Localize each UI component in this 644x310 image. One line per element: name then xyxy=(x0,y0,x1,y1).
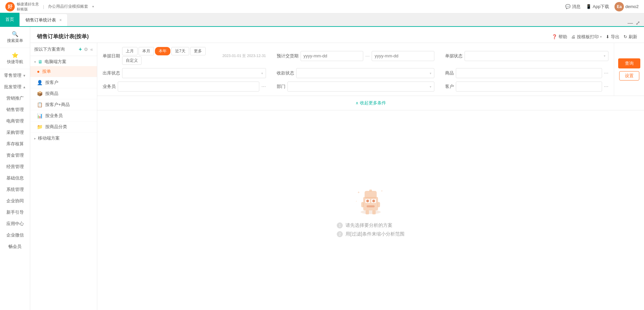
date-btn-more[interactable]: 更多 xyxy=(190,47,206,55)
refresh-icon: ↻ xyxy=(624,34,627,39)
sidebar-item-inventory[interactable]: 库存核算 xyxy=(0,138,30,149)
logo-area: 好 畅捷通好生意 标账版 xyxy=(5,2,39,11)
tab-minimize-icon[interactable]: — xyxy=(628,20,633,26)
tree-section-expand-icon: ▾ xyxy=(34,60,36,64)
sidebar-item-purchase[interactable]: 采购管理 xyxy=(0,126,30,138)
message-button[interactable]: 💬 消息 xyxy=(565,4,581,10)
tab-home-label: 首页 xyxy=(5,16,14,22)
message-icon: 💬 xyxy=(565,4,571,9)
status-select[interactable]: ▾ xyxy=(465,51,608,61)
sidebar-wechat-label: 企业微信 xyxy=(6,232,24,238)
sidebar-item-operations[interactable]: 经营管理 xyxy=(0,160,30,172)
sidebar-item-basic[interactable]: 基础信息 xyxy=(0,172,30,183)
product-more-icon[interactable]: ··· xyxy=(604,70,608,76)
user-menu[interactable]: Ea demo2 xyxy=(614,2,639,11)
tree-item-by-salesperson-label: 按业务员 xyxy=(45,113,63,119)
date-btn-7days[interactable]: 近7天 xyxy=(171,47,189,55)
left-panel-collapse-icon[interactable]: « xyxy=(90,47,93,52)
sidebar-item-enterprise[interactable]: 企业协同 xyxy=(0,195,30,206)
product-input[interactable] xyxy=(456,68,602,78)
sidebar-item-member[interactable]: 畅会员 xyxy=(0,240,30,252)
tab-maximize-icon[interactable]: ⤢ xyxy=(636,20,640,26)
settings-button[interactable]: 设置 xyxy=(619,71,639,81)
tree-item-by-product[interactable]: 📦 按商品 xyxy=(30,88,97,99)
left-panel-header: 按以下方案查询 + ⚙ « xyxy=(30,43,97,56)
tab-close-icon[interactable]: × xyxy=(59,18,62,22)
tree-section-desktop-label: 电脑端方案 xyxy=(45,59,66,65)
left-panel-title: 按以下方案查询 xyxy=(34,46,79,52)
filter-query-section: 单据日期 上月 本月 本年 近7天 更多 自定义 2023-01-01 至 20… xyxy=(97,43,644,96)
salesperson-more-icon[interactable]: ··· xyxy=(261,84,266,90)
date-btn-custom[interactable]: 自定义 xyxy=(122,56,142,65)
query-button[interactable]: 查询 xyxy=(618,58,640,68)
status-label: 单据状态 xyxy=(445,53,463,59)
left-panel-settings-icon[interactable]: ⚙ xyxy=(84,47,88,52)
tree-item-by-customer[interactable]: 👤 按客户 xyxy=(30,77,97,88)
sidebar-item-ecommerce[interactable]: 电商管理 xyxy=(0,115,30,126)
customer-more-icon[interactable]: ··· xyxy=(604,84,608,90)
export-button[interactable]: ⬇ 导出 xyxy=(606,34,620,40)
tree-section-mobile-label: 移动端方案 xyxy=(38,135,60,141)
collapse-more-button[interactable]: ∧ 收起更多条件 xyxy=(356,97,386,109)
sidebar-item-sales[interactable]: 销售管理 xyxy=(0,103,30,115)
empty-illustration: ✦ ✦ ✦ xyxy=(354,184,387,217)
tree-item-by-product-category[interactable]: 📁 按商品分类 xyxy=(30,121,97,133)
status-select-arrow: ▾ xyxy=(604,54,605,58)
refresh-button[interactable]: ↻ 刷新 xyxy=(624,34,637,40)
sidebar-item-newbie[interactable]: 新手引导 xyxy=(0,206,30,217)
tree-section-mobile[interactable]: ▸ 移动端方案 xyxy=(30,133,97,143)
tab-sales-order-stats-label: 销售订单统计表 xyxy=(25,17,56,23)
date-btn-last-month[interactable]: 上月 xyxy=(122,47,138,55)
tree-item-by-salesperson[interactable]: 📊 按业务员 xyxy=(30,110,97,121)
salesperson-input[interactable] xyxy=(118,82,259,92)
sidebar-item-finance[interactable]: 资金管理 xyxy=(0,149,30,160)
print-dropdown-icon[interactable]: ▾ xyxy=(600,35,602,39)
pay-status-select[interactable]: ▾ xyxy=(296,68,435,78)
breadcrumb-dropdown[interactable]: ▾ xyxy=(92,5,94,8)
tree-section-desktop[interactable]: ▾ 🖥 电脑端方案 xyxy=(30,56,97,66)
sidebar-item-wechat[interactable]: 企业微信 xyxy=(0,229,30,240)
sidebar-item-retail[interactable]: 零售管理 ▼ xyxy=(0,69,30,81)
help-button[interactable]: ❓ 帮助 xyxy=(552,34,567,40)
date-filter-cell: 单据日期 上月 本月 本年 近7天 更多 自定义 2023-01-01 至 20… xyxy=(103,47,271,65)
sidebar-item-search[interactable]: 🔍 搜索菜单 xyxy=(0,27,30,48)
tree-item-by-order[interactable]: ● 按单 xyxy=(30,66,97,77)
expected-date-start-input[interactable] xyxy=(301,51,363,61)
sidebar-enterprise-label: 企业协同 xyxy=(6,198,24,204)
sidebar-wholesale-label: 批发管理 xyxy=(4,84,21,90)
date-btn-this-month[interactable]: 本月 xyxy=(139,47,154,55)
tab-sales-order-stats[interactable]: 销售订单统计表 × xyxy=(20,14,67,26)
sidebar-basic-label: 基础信息 xyxy=(6,175,24,181)
sidebar-item-app-center[interactable]: 应用中心 xyxy=(0,217,30,229)
app-breadcrumb: 办公用品行业模拟账套 xyxy=(48,4,88,9)
sidebar-item-system[interactable]: 系统管理 xyxy=(0,183,30,195)
help-label: 帮助 xyxy=(558,34,567,40)
print-icon: 🖨 xyxy=(571,34,576,39)
tree-item-by-customer-product-label: 按客户+商品 xyxy=(45,102,70,108)
tip-num-1: 1 xyxy=(337,222,343,228)
left-panel-add-icon[interactable]: + xyxy=(79,46,82,52)
tree-item-by-customer-product[interactable]: 📋 按客户+商品 xyxy=(30,99,97,110)
expected-date-end-input[interactable] xyxy=(372,51,434,61)
app-download-button[interactable]: 📱 App下载 xyxy=(586,4,609,10)
department-select[interactable]: ▾ xyxy=(287,82,435,92)
sidebar-item-marketing[interactable]: 营销推广 xyxy=(0,92,30,103)
customer-input[interactable] xyxy=(456,82,602,92)
ship-status-select[interactable]: ▾ xyxy=(122,68,266,78)
tip-2-text: 用[过滤]条件来缩小分析范围 xyxy=(345,231,405,237)
tree-item-by-product-category-label: 按商品分类 xyxy=(45,124,67,130)
sidebar-item-wholesale[interactable]: 批发管理 ▲ xyxy=(0,81,30,92)
inner-layout: 按以下方案查询 + ⚙ « ▾ 🖥 电脑端方案 ● 按单 xyxy=(30,43,644,310)
date-btn-this-year[interactable]: 本年 xyxy=(155,47,170,55)
svg-point-5 xyxy=(372,200,375,202)
collapse-section: ∧ 收起更多条件 xyxy=(97,96,644,110)
page-title: 销售订单统计表(按单) xyxy=(37,33,89,40)
svg-text:✦: ✦ xyxy=(357,191,360,194)
tab-bar-actions: — ⤢ xyxy=(628,20,644,26)
user-name: demo2 xyxy=(625,4,639,9)
tab-home[interactable]: 首页 xyxy=(0,13,19,26)
sidebar-item-shortcut[interactable]: ⭐ 快捷导航 xyxy=(0,48,30,69)
svg-rect-12 xyxy=(369,190,372,192)
export-icon: ⬇ xyxy=(606,34,609,39)
print-button[interactable]: 🖨 按模板打印 ▾ xyxy=(571,34,602,40)
